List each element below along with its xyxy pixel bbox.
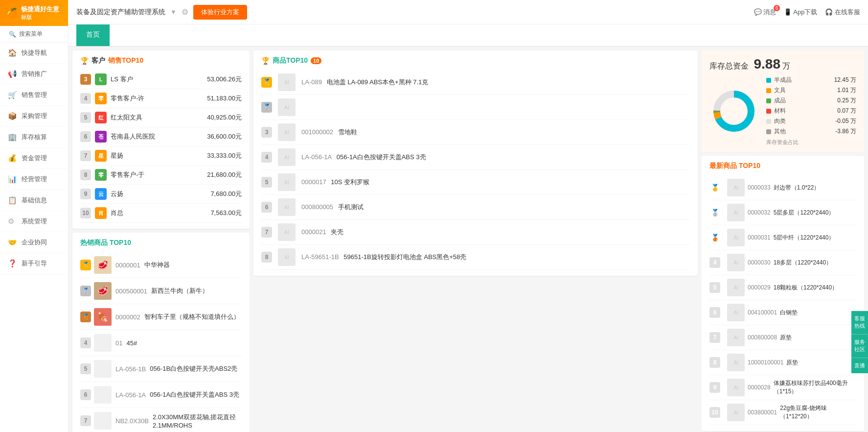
inventory-icon: 🏢 [8,133,18,142]
header-right: 💬 消息 6 📱 App下载 🎧 在线客服 [754,8,860,17]
legend-dot [766,98,771,103]
customer-avatar-2: 零 [95,93,107,104]
sidebar-item-basics[interactable]: 📋 基础信息 [0,190,68,211]
rank-num-5: 5 [80,112,91,123]
rank-num-8: 8 [80,169,91,180]
list-item: 🥈 AI [261,95,690,120]
customer-avatar-1: L [95,73,107,85]
settings-icon[interactable]: ⚙ [182,7,188,17]
rank-bronze-icon: 🥉 [80,312,91,322]
sidebar-item-sales[interactable]: 🛒 销售管理 [0,85,68,106]
product-image-4 [94,334,112,352]
sidebar-item-purchase[interactable]: 📦 采购管理 [0,106,68,127]
inventory-legend: 半成品 12.45 万 文具 1.01 万 成品 0.25 万 材料 0.07 … [766,76,856,146]
newest-rank-9: 9 [709,382,720,393]
recent-prod-img-3: AI [278,123,296,141]
tab-home[interactable]: 首页 [76,24,110,46]
rank-num-4: 4 [80,93,91,104]
rank-7: 7 [80,415,91,426]
sidebar-item-inventory[interactable]: 🏢 库存核算 [0,127,68,148]
inventory-box: 库存总资金 9.88 万 [702,50,864,152]
legend-items: 半成品 12.45 万 文具 1.01 万 成品 0.25 万 材料 0.07 … [766,76,856,136]
recent-prod-img-4: AI [278,148,296,166]
legend-name: 半成品 [774,76,834,84]
main-nav: 🏠 快捷导航 📢 营销推广 🛒 销售管理 📦 采购管理 🏢 库存核算 💰 资金管… [0,43,68,432]
newest-products-box: 最新商品 TOP10 🥇 AI 0000033 封边带（1.0*22） 🥈 AI… [702,156,864,431]
newest-prod-name: 封边带（1.0*22） [774,184,856,192]
recent-rank-7: 7 [261,227,272,238]
notification-area[interactable]: 💬 消息 6 [754,8,777,17]
recent-rank-4: 4 [261,152,272,163]
newest-prod-img: AI [727,279,745,296]
legend-name: 文具 [774,86,837,95]
list-item: 4 AI LA-056-1A 056-1A白色按键开关盖ABS 3壳 [261,145,690,170]
list-item: 5 AI 0000017 10S 变利罗猴 [261,170,690,195]
rank-gold-icon: 🥇 [80,260,91,270]
recent-prod-img-7: AI [278,223,296,241]
newest-prod-name: 原垫 [780,334,856,342]
legend-value: 1.01 万 [837,86,856,95]
recent-rank-2: 🥈 [261,102,272,113]
newest-prod-name: 18多层（1220*2440） [774,259,856,267]
home-icon: 🏠 [8,48,18,57]
recent-rank-3: 3 [261,127,272,138]
notification-badge: 6 [774,5,780,11]
rank-num-7: 7 [80,150,91,161]
main-content: 首页 🏆 客户 销售TOP10 3 L LS 客户 53,006.26元 [69,24,868,432]
newest-products-title: 最新商品 TOP10 [709,162,856,170]
list-item: 5 红 红太阳文具 40,925.00元 [80,108,242,127]
recent-prod-img-1: AI [278,73,296,91]
search-menu[interactable]: 🔍 搜索菜单 [0,26,68,43]
recent-prod-img-6: AI [278,198,296,216]
newest-prod-img: AI [727,379,745,396]
sidebar-item-system[interactable]: ⚙ 系统管理 [0,211,68,232]
sidebar-item-marketing[interactable]: 📢 营销推广 [0,64,68,85]
system-title: 装备及固定资产辅助管理系统 [76,8,165,17]
sidebar-item-enterprise[interactable]: 🤝 企业协同 [0,232,68,253]
sidebar-item-finance[interactable]: 💰 资金管理 [0,148,68,169]
float-customer-service[interactable]: 客服热线 [851,311,868,335]
recent-rank-8: 8 [261,252,272,263]
rank-6: 6 [80,389,91,400]
recent-rank-6: 6 [261,202,272,213]
float-live[interactable]: 直播 [851,358,868,373]
newest-prod-code: 0000030 [748,259,771,266]
sidebar-item-guide[interactable]: ❓ 新手引导 [0,253,68,274]
customer-avatar-3: 红 [95,112,107,123]
app-version: 标版 [21,14,59,21]
list-item: 6 苍 苍南县人民医院 36,600.00元 [80,127,242,146]
list-item: 3 L LS 客户 53,006.26元 [80,70,242,89]
list-item: 5 LA-056-1B 056-1B白色按键开关壳ABS2壳 [80,356,242,382]
newest-prod-img: AI [727,254,745,271]
newest-prod-img: AI [727,329,745,346]
sidebar-item-operations[interactable]: 📊 经营管理 [0,169,68,190]
hot-products-title: 热销商品 TOP10 [80,239,242,247]
guide-icon: ❓ [8,259,18,268]
product-image-2: 🥩 [94,282,112,300]
newest-prod-name: 5层中纤（1220*2440） [774,234,856,242]
customer-section-title: 🏆 客户 销售TOP10 [80,56,242,65]
list-item: 10 肖 肖总 7,563.00元 [80,204,242,223]
customer-avatar-7: 云 [95,188,107,200]
legend-name: 肉类 [774,117,835,125]
online-service[interactable]: 🎧 在线客服 [825,8,860,17]
list-item: 7 星 星扬 33,333.00元 [80,146,242,166]
top10-badge: 10 [311,57,321,64]
sidebar-item-shortcut[interactable]: 🏠 快捷导航 [0,43,68,64]
rank-num-10: 10 [80,208,91,218]
customer-avatar-8: 肖 [95,207,107,219]
newest-prod-img: AI [727,404,745,421]
legend-value: -0.05 万 [835,117,856,125]
newest-rank-6: 6 [709,307,720,318]
app-name: 畅捷通好生意 [21,5,59,14]
notification-icon: 💬 [754,8,762,16]
dropdown-arrow[interactable]: ▼ [170,8,177,16]
list-item: 9 云 云扬 7,680.00元 [80,185,242,204]
trial-button[interactable]: 体验行业方案 [193,5,247,20]
list-item: 4 零 零售客户-许 51,183.00元 [80,89,242,108]
float-community[interactable]: 服务社区 [851,335,868,358]
customer-top10-box: 🏆 客户 销售TOP10 3 L LS 客户 53,006.26元 4 零 零售… [72,50,250,229]
newest-prod-img: AI [727,179,745,196]
app-download[interactable]: 📱 App下载 [784,8,817,17]
legend-item: 肉类 -0.05 万 [766,117,856,125]
